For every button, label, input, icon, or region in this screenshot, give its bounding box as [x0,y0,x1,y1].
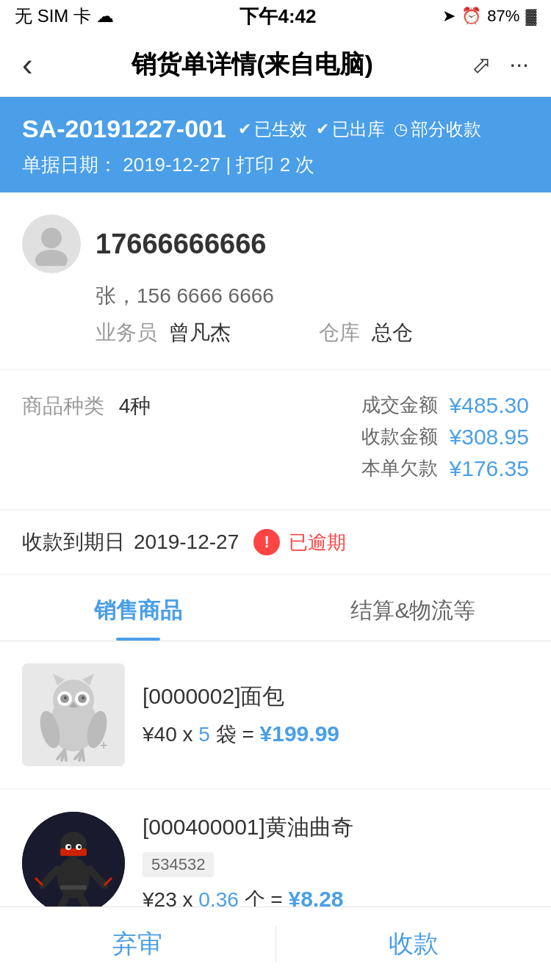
svg-line-18 [65,750,66,760]
stats-right: 成交金额 ¥485.30 收款金额 ¥308.95 本单欠款 ¥176.35 [361,392,529,487]
share-icon[interactable]: ⬀ [472,51,491,79]
product-image-cookie [22,812,125,915]
deal-amount-label: 成交金额 [361,392,438,418]
svg-point-0 [41,228,62,248]
customer-avatar [22,215,81,273]
svg-rect-25 [60,849,87,856]
deal-amount-row: 成交金额 ¥485.30 [361,392,529,418]
overdue-status: 已逾期 [289,530,346,555]
product-name-cookie: [000400001]黄油曲奇 [143,813,529,843]
product-info-cookie: [000400001]黄油曲奇 534532 ¥23 x 0.36 个 = ¥8… [143,813,529,914]
more-icon[interactable]: ··· [509,51,529,78]
back-button[interactable]: ‹ [22,46,33,83]
badge-shipped-label: 已出库 [332,118,385,141]
badge-shipped: ✔ 已出库 [316,118,385,141]
order-header-banner: SA-20191227-001 ✔ 已生效 ✔ 已出库 ◷ 部分收款 单据日期：… [0,97,551,192]
stats-section: 商品种类 4种 成交金额 ¥485.30 收款金额 ¥308.95 本单欠款 ¥… [0,370,551,509]
tab-sales-products-label: 销售商品 [94,598,182,622]
tab-sales-products[interactable]: 销售商品 [0,575,276,641]
svg-point-9 [64,696,67,699]
product-info-bread: [0000002]面包 ¥40 x 5 袋 = ¥199.99 [143,682,529,749]
customer-section: 17666666666 张，156 6666 6666 业务员 曾凡杰 仓库 总… [0,192,551,369]
clock-icon: ◷ [394,120,408,139]
warehouse-label: 仓库 [319,321,360,344]
svg-rect-35 [60,885,87,890]
order-print-info: | 打印 2 次 [226,154,314,176]
cancel-review-button[interactable]: 弃审 [0,912,276,976]
svg-text:+: + [100,738,108,753]
order-date-line: 单据日期： 2019-12-27 | 打印 2 次 [22,152,529,178]
bread-quantity: 5 [198,723,210,746]
received-amount-row: 收款金额 ¥308.95 [361,424,529,450]
bread-total: ¥199.99 [260,721,339,746]
order-date-label: 单据日期： [22,154,118,176]
badge-effective-label: 已生效 [254,118,307,141]
svg-point-10 [82,696,84,699]
bread-multiply: x [183,723,199,746]
customer-phone: 17666666666 [96,228,266,260]
status-left: 无 SIM 卡 ☁ [15,4,114,28]
product-image-bread: + [22,663,125,766]
order-badges: ✔ 已生效 ✔ 已出库 ◷ 部分收款 [238,118,481,141]
battery-icon: ▓ [525,8,536,25]
product-tag-cookie: 534532 [143,852,214,877]
status-bar: 无 SIM 卡 ☁ 下午4:42 ➤ ⏰ 87% ▓ [0,0,551,32]
product-types-label: 商品种类 [22,394,104,417]
svg-line-21 [82,750,84,760]
order-date-value: 2019-12-27 [123,154,220,176]
deal-amount-value: ¥485.30 [450,393,529,418]
svg-point-28 [68,846,71,849]
bread-unit: 袋 [216,723,237,746]
warehouse-value: 总仓 [372,321,413,344]
nav-bar: ‹ 销货单详情(来自电脑) ⬀ ··· [0,32,551,97]
overdue-badge-icon: ! [253,529,280,555]
bread-equals: = [242,723,259,746]
product-price-bread: ¥40 x 5 袋 = ¥199.99 [143,721,529,749]
salesperson-label: 业务员 [96,321,157,344]
overdue-label: 收款到期日 [22,528,125,556]
received-amount-label: 收款金额 [361,424,438,450]
overdue-section: 收款到期日 2019-12-27 ! 已逾期 [0,511,551,574]
owed-amount-label: 本单欠款 [361,455,438,481]
page-title: 销货单详情(来自电脑) [132,48,373,82]
location-icon: ➤ [442,7,455,26]
badge-partial-payment: ◷ 部分收款 [394,118,481,141]
warehouse-field: 仓库 总仓 [319,319,413,347]
status-time: 下午4:42 [240,4,316,29]
order-id: SA-20191227-001 [22,115,226,143]
salesperson-value: 曾凡杰 [169,321,231,344]
product-item-bread[interactable]: + [0000002]面包 ¥40 x 5 袋 = ¥199.99 [0,641,551,788]
nav-actions: ⬀ ··· [472,51,529,79]
badge-partial-label: 部分收款 [411,118,481,141]
status-right: ➤ ⏰ 87% ▓ [442,7,536,26]
svg-point-29 [78,846,81,849]
badge-effective: ✔ 已生效 [238,118,307,141]
customer-meta: 业务员 曾凡杰 仓库 总仓 [96,319,529,347]
payment-button[interactable]: 收款 [276,912,552,976]
owed-amount-value: ¥176.35 [450,456,529,481]
svg-point-1 [35,250,68,266]
svg-point-30 [57,857,90,898]
tab-settlement-label: 结算&物流等 [350,598,475,622]
received-amount-value: ¥308.95 [450,425,529,450]
tabs-bar: 销售商品 结算&物流等 [0,575,551,641]
overdue-date: 2019-12-27 [134,530,239,554]
bread-unit-price: ¥40 [143,723,177,746]
owed-amount-row: 本单欠款 ¥176.35 [361,455,529,481]
sim-label: 无 SIM 卡 ☁ [15,4,114,28]
battery-level: 87% [487,7,519,26]
check-icon-shipped: ✔ [316,120,329,139]
alarm-icon: ⏰ [461,7,481,26]
product-types-value: 4种 [119,394,151,417]
bottom-bar: 弃审 收款 [0,907,551,980]
check-icon-effective: ✔ [238,120,251,139]
tab-settlement-logistics[interactable]: 结算&物流等 [276,575,551,641]
customer-sub-info: 张，156 6666 6666 [96,282,529,310]
product-name-bread: [0000002]面包 [143,682,529,712]
salesperson-field: 业务员 曾凡杰 [96,319,231,347]
